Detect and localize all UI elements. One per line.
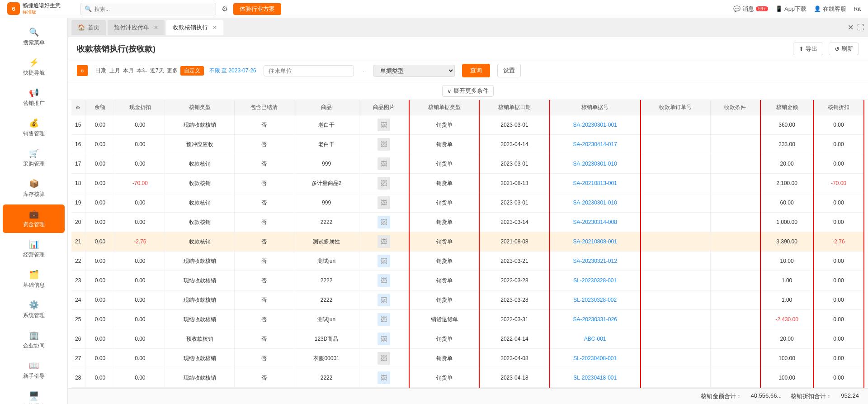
cell-cash-discount: -70.00 [115,174,165,193]
cell-cancel-discount: 0.00 [813,135,864,154]
cell-cancel-discount: 0.00 [813,213,864,232]
cell-cancel-bill-type: 销货单 [409,174,479,193]
date-this-year[interactable]: 本年 [137,67,147,75]
sidebar-item-marketing[interactable]: 📢 营销推广 [3,83,65,112]
sidebar-item-search-menu[interactable]: 🔍 搜索菜单 [3,23,65,51]
cell-include-cleared: 否 [234,271,294,290]
top-search-bar[interactable]: 🔍 [80,3,216,15]
cell-cancel-amount: 60.00 [760,193,813,213]
cell-cancel-bill-type: 销货单 [409,213,479,232]
cell-cancel-bill-type: 销货单 [409,252,479,271]
tab-home[interactable]: 🏠 首页 [71,20,106,35]
cell-receipt-condition [710,271,760,290]
sidebar-item-sales[interactable]: 💰 销售管理 [3,114,65,142]
sidebar-label-guide: 新手引导 [23,372,45,380]
cell-cancel-bill-no[interactable]: SA-20210813-001 [550,174,641,193]
cell-cancel-bill-no[interactable]: SA-20230301-010 [550,193,641,213]
sidebar-item-operations[interactable]: 📊 经营管理 [3,235,65,263]
cell-index: 17 [71,154,85,174]
sidebar-item-hardware[interactable]: 🖥️ 智能硬件 [3,386,65,404]
cell-include-cleared: 否 [234,349,294,368]
cell-cancel-bill-no[interactable]: SA-20210808-001 [550,232,641,252]
date-more[interactable]: 更多 [167,67,178,75]
filter-toggle-button[interactable]: » [77,65,88,76]
cell-product: 123D商品 [294,329,359,349]
industry-button[interactable]: 体验行业方案 [233,3,281,15]
sidebar-item-basic-info[interactable]: 🗂️ 基础信息 [3,265,65,294]
cell-cancel-bill-no[interactable]: SL-20230418-001 [550,368,641,388]
gear-icon[interactable]: ⚙ [222,5,228,13]
cell-receipt-order-no [641,271,710,290]
cell-receipt-order-no [641,232,710,252]
cell-cancel-amount: 1.00 [760,290,813,310]
export-button[interactable]: ⬆ 导出 [793,43,823,55]
date-filter-label: 日期 [95,67,107,75]
marketing-icon: 📢 [29,88,39,98]
product-image: 🖼 [377,274,390,287]
cell-cancel-bill-no[interactable]: SA-20230314-008 [550,213,641,232]
voucher-type-filter[interactable]: 单据类型 [373,65,455,77]
sidebar-label-quick-nav: 快捷导航 [23,69,45,77]
sidebar-item-finance[interactable]: 💼 资金管理 [3,204,65,233]
cell-balance: 0.00 [85,252,115,271]
cell-cancel-amount: -2,430.00 [760,310,813,329]
cell-cancel-type: 收款核销 [165,193,234,213]
tab-prepay-close[interactable]: ✕ [154,24,158,31]
customer-filter[interactable] [264,65,354,76]
search-input[interactable] [94,6,212,12]
tab-expand-icon[interactable]: ⛶ [857,24,864,32]
refresh-button[interactable]: ↺ 刷新 [829,43,859,55]
tab-collection[interactable]: 收款核销执行 ✕ [166,20,223,35]
sidebar-item-system[interactable]: ⚙️ 系统管理 [3,295,65,324]
cell-cancel-bill-no[interactable]: ABC-001 [550,329,641,349]
sidebar-item-enterprise[interactable]: 🏢 企业协同 [3,326,65,354]
cell-cancel-bill-type: 销货单 [409,135,479,154]
page-title: 收款核销执行(按收款) [77,43,156,54]
cell-balance: 0.00 [85,329,115,349]
cell-cash-discount: 0.00 [115,329,165,349]
sidebar-item-quick-nav[interactable]: ⚡ 快捷导航 [3,53,65,81]
sidebar-item-purchase[interactable]: 🛒 采购管理 [3,144,65,172]
cell-cancel-bill-no[interactable]: SA-20230414-017 [550,135,641,154]
cell-cancel-bill-no[interactable]: SA-20230301-010 [550,154,641,174]
cell-cancel-type: 现结收款核销 [165,368,234,388]
query-button[interactable]: 查询 [462,64,490,77]
cell-cancel-bill-no[interactable]: SL-20230408-001 [550,349,641,368]
phone-icon: 📱 [775,5,783,12]
cell-cancel-bill-no[interactable]: SL-20230328-001 [550,271,641,290]
cell-product: 测试jun [294,252,359,271]
cell-cash-discount: 0.00 [115,310,165,329]
cell-product-image: 🖼 [359,232,409,252]
cell-include-cleared: 否 [234,135,294,154]
cell-balance: 0.00 [85,310,115,329]
cell-cancel-bill-no[interactable]: SA-20230321-012 [550,252,641,271]
online-service-button[interactable]: 👤 在线客服 [814,5,846,13]
date-prev-month[interactable]: 上月 [109,67,120,75]
cell-receipt-order-no [641,310,710,329]
messages-button[interactable]: 💬 消息 99+ [733,5,768,13]
settings-button[interactable]: 设置 [497,64,521,77]
sidebar-item-inventory[interactable]: 📦 库存核算 [3,174,65,203]
tab-close-all-icon[interactable]: ✕ [848,23,854,32]
date-this-month[interactable]: 本月 [123,67,134,75]
tab-collection-close[interactable]: ✕ [212,24,217,31]
th-settings[interactable]: ⚙ [71,100,85,115]
date-7days[interactable]: 近7天 [150,67,164,75]
cell-cancel-discount: 0.00 [813,349,864,368]
cell-cancel-bill-no[interactable]: SA-20230331-026 [550,310,641,329]
cell-cancel-amount: 1.00 [760,271,813,290]
cell-product-image: 🖼 [359,349,409,368]
table-header-row: ⚙ 余额 现金折扣 核销类型 包含已结清 商品 商品图片 核销单据类型 核销单据… [71,100,864,115]
cell-receipt-condition [710,193,760,213]
expand-more-button[interactable]: ∨ 展开更多条件 [442,85,494,97]
cell-cancel-bill-no[interactable]: SL-20230328-002 [550,290,641,310]
cell-cancel-bill-date: 2023-04-08 [479,349,549,368]
tab-prepay[interactable]: 预付冲应付单 ✕ [108,20,165,35]
app-download-button[interactable]: 📱 App下载 [775,5,807,13]
tab-collection-label: 收款核销执行 [173,24,208,32]
sidebar-item-guide[interactable]: 📖 新手引导 [3,356,65,385]
date-custom-badge[interactable]: 自定义 [180,66,204,76]
cell-cancel-bill-no[interactable]: SA-20230301-001 [550,115,641,135]
cell-cancel-amount: 3,390.00 [760,232,813,252]
cell-include-cleared: 否 [234,213,294,232]
